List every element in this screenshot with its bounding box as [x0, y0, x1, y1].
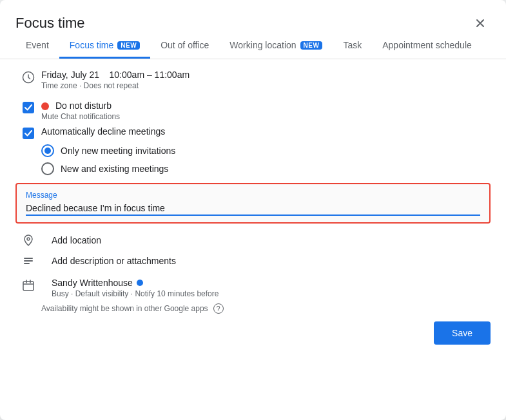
location-icon: [15, 234, 41, 247]
svg-rect-5: [23, 282, 34, 291]
location-new-badge: NEW: [300, 41, 323, 50]
radio-new-existing[interactable]: New and existing meetings: [41, 162, 491, 175]
datetime-row: Friday, July 21 10:00am – 11:00am Time z…: [15, 70, 491, 90]
availability-text: Availability might be shown in other Goo…: [41, 304, 208, 313]
radio-only-new-label: Only new meeting invitations: [61, 146, 175, 156]
radio-only-new-outer: [41, 144, 54, 157]
event-time: 10:00am – 11:00am: [110, 70, 190, 80]
availability-row: Availability might be shown in other Goo…: [41, 303, 491, 314]
calendar-sub: Busy · Default visibility · Notify 10 mi…: [52, 289, 219, 298]
dialog: Focus time Event Focus time NEW Out of o…: [0, 0, 506, 420]
decline-label: Automatically decline meetings: [41, 126, 491, 137]
event-sub: Time zone · Does not repeat: [41, 81, 491, 90]
radio-only-new[interactable]: Only new meeting invitations: [41, 144, 491, 157]
decline-checkbox[interactable]: [23, 128, 34, 139]
event-datetime: Friday, July 21 10:00am – 11:00am: [41, 70, 491, 80]
calendar-row: Sandy Writtenhouse Busy · Default visibi…: [15, 278, 491, 298]
save-button[interactable]: Save: [434, 321, 491, 345]
description-icon: [15, 254, 41, 267]
message-box: Message: [15, 183, 491, 224]
event-date: Friday, July 21: [41, 70, 99, 80]
footer: Save: [0, 314, 506, 345]
radio-group: Only new meeting invitations New and exi…: [41, 144, 491, 175]
calendar-content: Sandy Writtenhouse Busy · Default visibi…: [52, 278, 219, 298]
tab-out-of-office[interactable]: Out of office: [150, 33, 219, 59]
dnd-sub: Mute Chat notifications: [41, 112, 491, 121]
user-status-dot: [137, 280, 143, 286]
close-button[interactable]: [470, 13, 491, 33]
add-description-row[interactable]: Add description or attachments: [15, 254, 491, 267]
add-location-label: Add location: [52, 235, 101, 245]
focus-new-badge: NEW: [117, 41, 140, 50]
message-input[interactable]: [26, 203, 480, 216]
decline-checkbox-col: [15, 126, 41, 139]
help-icon[interactable]: ?: [213, 303, 224, 314]
datetime-content: Friday, July 21 10:00am – 11:00am Time z…: [41, 70, 491, 90]
dnd-content: Do not disturb Mute Chat notifications: [41, 100, 491, 121]
calendar-user: Sandy Writtenhouse: [52, 278, 219, 288]
message-label: Message: [26, 191, 480, 200]
clock-icon: [15, 70, 41, 84]
radio-new-existing-label: New and existing meetings: [61, 164, 168, 174]
tab-working-location[interactable]: Working location NEW: [219, 33, 333, 59]
tab-appointment-schedule[interactable]: Appointment schedule: [372, 33, 482, 59]
tab-task[interactable]: Task: [333, 33, 372, 59]
dnd-label: Do not disturb: [41, 100, 491, 111]
add-location-row[interactable]: Add location: [15, 234, 491, 247]
decline-row: Automatically decline meetings: [15, 126, 491, 139]
svg-point-1: [27, 238, 30, 240]
tab-event[interactable]: Event: [15, 33, 59, 59]
calendar-icon: [15, 278, 41, 292]
add-description-label: Add description or attachments: [52, 256, 176, 266]
svg-rect-3: [24, 260, 33, 262]
dnd-checkbox-col: [15, 100, 41, 113]
tabs-bar: Event Focus time NEW Out of office Worki…: [0, 33, 506, 59]
dialog-title: Focus time: [15, 15, 85, 32]
decline-content: Automatically decline meetings: [41, 126, 491, 137]
dnd-row: Do not disturb Mute Chat notifications: [15, 100, 491, 121]
svg-rect-2: [24, 258, 33, 259]
dnd-dot: [41, 102, 49, 110]
content-area: Friday, July 21 10:00am – 11:00am Time z…: [0, 59, 506, 314]
svg-rect-4: [24, 263, 30, 264]
tab-focus-time[interactable]: Focus time NEW: [59, 33, 150, 59]
dnd-checkbox[interactable]: [23, 102, 34, 113]
radio-new-existing-outer: [41, 162, 54, 175]
radio-only-new-inner: [44, 148, 51, 154]
dialog-header: Focus time: [0, 0, 506, 33]
